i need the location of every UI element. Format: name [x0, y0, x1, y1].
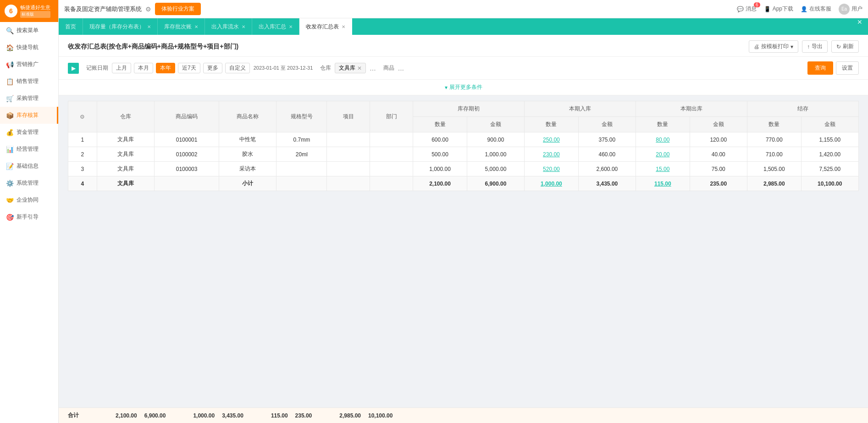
- cell-balance-qty: 770.00: [747, 132, 801, 147]
- user-item[interactable]: Ea 用户: [839, 4, 862, 15]
- cell-out-qty-link[interactable]: 20.00: [656, 151, 669, 158]
- date-custom-btn[interactable]: 自定义: [225, 63, 250, 73]
- cell-out-qty[interactable]: 115.00: [636, 176, 690, 191]
- sidebar-item-marketing[interactable]: 📢 营销推广: [0, 56, 58, 73]
- date-this-month-btn[interactable]: 本月: [134, 63, 153, 73]
- date-7days-btn[interactable]: 近7天: [178, 63, 200, 73]
- cell-in-qty[interactable]: 1,000.00: [525, 176, 579, 191]
- th-out-amt: 金额: [690, 117, 747, 132]
- export-btn[interactable]: ↑ 导出: [802, 40, 828, 53]
- cell-out-qty-link[interactable]: 15.00: [656, 166, 669, 172]
- system-name: 装备及固定资产辅助管理系统: [64, 5, 142, 13]
- tab-receive-summary[interactable]: 收发存汇总表 ✕: [299, 18, 352, 35]
- date-label: 记账日期: [86, 64, 108, 72]
- sidebar-item-purchase[interactable]: 🛒 采购管理: [0, 90, 58, 107]
- tab-home[interactable]: 首页: [59, 18, 83, 35]
- cell-out-qty-link[interactable]: 80.00: [656, 137, 669, 143]
- warehouse-tag-close-icon[interactable]: ✕: [357, 65, 362, 71]
- app-download-label: App下载: [773, 5, 793, 13]
- sidebar-item-inventory[interactable]: 📦 库存核算: [0, 107, 58, 124]
- sidebar-item-finance[interactable]: 💰 资金管理: [0, 124, 58, 141]
- tab-close-icon[interactable]: ✕: [194, 24, 198, 29]
- cell-balance-qty: 1,505.00: [747, 162, 801, 176]
- tab-inout-flow-label: 出入库流水: [211, 23, 239, 31]
- table-row: 4文具库小计2,100.006,900.001,000.003,435.0011…: [68, 176, 859, 191]
- cell-in-qty-link[interactable]: 250.00: [543, 137, 560, 143]
- sidebar-item-operations[interactable]: 📊 经营管理: [0, 141, 58, 158]
- column-settings-icon[interactable]: ⚙: [80, 114, 85, 120]
- cell-out-amt: 75.00: [690, 162, 747, 176]
- table-row: 3文具库0100003采访本1,000.005,000.00520.002,60…: [68, 162, 859, 176]
- cell-balance-amt: 1,420.00: [801, 147, 859, 162]
- tab-inventory-dist[interactable]: 现存量（库存分布表） ✕: [83, 18, 158, 35]
- cell-in-qty[interactable]: 250.00: [525, 132, 579, 147]
- expand-more-btn[interactable]: ▾ 展开更多条件: [445, 83, 482, 91]
- cell-out-qty-link[interactable]: 115.00: [654, 181, 671, 187]
- cell-warehouse: 文具库: [97, 147, 154, 162]
- tab-close-icon[interactable]: ✕: [147, 24, 151, 29]
- sidebar-item-collab[interactable]: 🤝 企业协同: [0, 192, 58, 209]
- sidebar-item-system[interactable]: ⚙️ 系统管理: [0, 175, 58, 192]
- online-service-item[interactable]: 👤 在线客服: [801, 5, 831, 13]
- tab-close-icon[interactable]: ✕: [242, 24, 245, 29]
- chevron-down-icon: ▾: [791, 44, 793, 50]
- print-btn[interactable]: 🖨 按模板打印 ▾: [749, 40, 798, 53]
- app-download-item[interactable]: 📱 App下载: [764, 5, 793, 13]
- tab-inout-summary[interactable]: 出入库汇总 ✕: [252, 18, 299, 35]
- tab-batch[interactable]: 库存批次账 ✕: [158, 18, 205, 35]
- sidebar-item-label: 库存核算: [17, 111, 39, 119]
- warehouse-more-icon[interactable]: ...: [370, 64, 376, 72]
- experience-btn[interactable]: 体验行业方案: [155, 3, 201, 15]
- table-row: 2文具库0100002胶水20ml500.001,000.00230.00460…: [68, 147, 859, 162]
- filter-toggle-btn[interactable]: ▶: [68, 63, 79, 74]
- warehouse-tag-text: 文具库: [339, 64, 355, 72]
- sidebar-item-sales[interactable]: 📋 销售管理: [0, 73, 58, 90]
- goods-more-icon[interactable]: ...: [398, 64, 404, 72]
- cell-out-qty[interactable]: 80.00: [636, 132, 690, 147]
- cell-in-qty[interactable]: 230.00: [525, 147, 579, 162]
- cell-code: [155, 176, 219, 191]
- cell-dept: [370, 147, 413, 162]
- th-balance-amt: 金额: [801, 117, 859, 132]
- tab-home-label: 首页: [65, 23, 76, 31]
- print-btn-label: 按模板打印: [761, 43, 789, 50]
- tab-inout-flow[interactable]: 出入库流水 ✕: [205, 18, 252, 35]
- cell-project: [327, 132, 370, 147]
- refresh-icon: ↻: [836, 44, 841, 50]
- cell-balance-amt: 10,100.00: [801, 176, 859, 191]
- query-btn[interactable]: 查询: [807, 61, 833, 75]
- cell-in-qty[interactable]: 520.00: [525, 162, 579, 176]
- sidebar-item-newbie[interactable]: 🎯 新手引导: [0, 209, 58, 225]
- date-range-text: 2023-01-01 至 2023-12-31: [254, 65, 313, 71]
- th-balance-group: 结存: [747, 101, 858, 117]
- tab-close-icon[interactable]: ✕: [289, 24, 293, 29]
- cell-in-qty-link[interactable]: 520.00: [543, 166, 560, 172]
- cell-out-qty[interactable]: 20.00: [636, 147, 690, 162]
- sidebar-item-basicinfo[interactable]: 📝 基础信息: [0, 158, 58, 175]
- cell-opening-amt: 5,000.00: [467, 162, 524, 176]
- sidebar-item-quicknav[interactable]: 🏠 快捷导航: [0, 39, 58, 56]
- date-filter-group: 记账日期 上月 本月 本年 近7天 更多 自定义 2023-01-01 至 20…: [86, 63, 313, 73]
- date-this-year-btn[interactable]: 本年: [156, 63, 175, 73]
- refresh-btn[interactable]: ↻ 刷新: [831, 40, 859, 53]
- set-btn[interactable]: 设置: [836, 61, 859, 75]
- tab-main-close-icon[interactable]: ✕: [851, 18, 868, 35]
- cell-in-qty-link[interactable]: 1,000.00: [541, 181, 562, 187]
- th-spec: 规格型号: [276, 101, 327, 132]
- cell-spec: 20ml: [276, 147, 327, 162]
- sidebar-item-search[interactable]: 🔍 搜索菜单: [0, 22, 58, 39]
- cell-in-qty-link[interactable]: 230.00: [543, 151, 560, 158]
- settings-icon[interactable]: ⚙: [145, 5, 151, 13]
- cell-spec: [276, 176, 327, 191]
- date-more-btn[interactable]: 更多: [203, 63, 222, 73]
- tab-batch-label: 库存批次账: [164, 23, 192, 31]
- cell-out-qty[interactable]: 15.00: [636, 162, 690, 176]
- goods-filter: 商品 ...: [383, 64, 404, 72]
- tabbar: 首页 现存量（库存分布表） ✕ 库存批次账 ✕ 出入库流水 ✕ 出入库汇总 ✕ …: [59, 18, 868, 35]
- tab-close-active-icon[interactable]: ✕: [342, 24, 345, 29]
- cell-in-amt: 2,600.00: [578, 162, 636, 176]
- footer-balance-qty: 2,985.00: [339, 412, 361, 419]
- messages-item[interactable]: 💬 消息 6: [737, 5, 757, 13]
- sidebar-item-label: 基础信息: [17, 162, 39, 170]
- date-last-month-btn[interactable]: 上月: [112, 63, 131, 73]
